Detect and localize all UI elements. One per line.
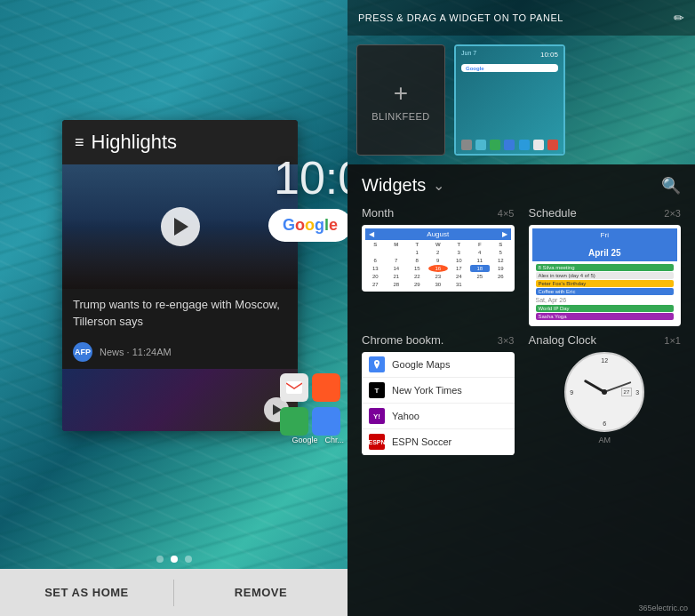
google-label: Google xyxy=(292,436,317,444)
analog-clock-widget-name: Analog Clock xyxy=(529,333,597,347)
cal-c33: 31 xyxy=(449,281,469,288)
analog-clock-preview: 12 6 3 9 27 xyxy=(564,352,644,432)
mini-icon-7 xyxy=(547,140,558,150)
chrome-widget-name: Chrome bookm. xyxy=(362,333,443,347)
cal-c9: 7 xyxy=(387,257,407,264)
plus-icon: + xyxy=(394,79,408,108)
home-thumb-inner: 10:05 Jun 7 Google xyxy=(456,46,563,154)
chrome-item-espn[interactable]: ESPN ESPN Soccer xyxy=(362,429,515,455)
analog-clock-widget-item[interactable]: Analog Clock 1×1 12 6 3 9 27 xyxy=(522,330,689,459)
schedule-preview: Fri April 25 8 Silva meeting Alex in tow… xyxy=(529,225,682,326)
yahoo-icon: Y! xyxy=(369,408,385,424)
remove-button[interactable]: REMOVE xyxy=(174,569,348,616)
clock-date-window: 27 xyxy=(621,388,633,396)
cal-c14: 12 xyxy=(491,257,511,264)
page-dots xyxy=(156,556,192,563)
gmail-icon[interactable] xyxy=(280,373,308,402)
svg-rect-0 xyxy=(286,381,302,394)
bottom-bar: SET AS HOME REMOVE xyxy=(0,569,348,616)
mini-icon-1 xyxy=(461,140,472,150)
sched-day-header: Fri xyxy=(532,228,678,242)
mini-icon-5 xyxy=(519,140,530,150)
cal-day-t2: T xyxy=(449,241,469,248)
chrome-item-yahoo[interactable]: Y! Yahoo xyxy=(362,404,515,429)
month-widget-size: 4×5 xyxy=(498,208,515,219)
blinkfeed-label: BLINKFEED xyxy=(371,111,430,122)
cal-next: ▶ xyxy=(502,230,507,238)
chrome-item-maps[interactable]: Google Maps xyxy=(362,352,515,378)
highlights-header: ≡ Highlights xyxy=(62,120,298,164)
icon3[interactable] xyxy=(280,407,308,436)
blinkfeed-card[interactable]: + BLINKFEED xyxy=(356,44,445,156)
google-logo: Google xyxy=(283,216,338,234)
mini-date: Jun 7 xyxy=(461,50,476,56)
instruction-text: PRESS & DRAG A WIDGET ON TO PANEL xyxy=(358,12,563,23)
cal-c24: 22 xyxy=(407,273,427,280)
play-triangle-icon xyxy=(174,218,188,236)
icon2[interactable] xyxy=(312,373,340,402)
schedule-widget-item[interactable]: Schedule 2×3 Fri April 25 8 Silva meetin… xyxy=(522,203,689,330)
highlights-card[interactable]: ≡ Highlights Trump wants to re-engage wi… xyxy=(62,120,298,431)
cal-c8: 6 xyxy=(365,257,386,264)
sched-event-2: Alex in town (day 4 of 5) xyxy=(536,272,675,279)
chrome-item-nyt[interactable]: T New York Times xyxy=(362,378,515,404)
cal-c32: 30 xyxy=(428,281,449,288)
cal-day-t1: T xyxy=(407,241,427,248)
watermark: 365electric.co xyxy=(638,604,688,612)
page-dot-2[interactable] xyxy=(171,556,178,563)
thumbs-row: + BLINKFEED 10:05 Jun 7 Google xyxy=(348,36,695,164)
search-icon[interactable]: 🔍 xyxy=(661,176,681,196)
source-logo: AFP xyxy=(73,342,92,362)
mini-icon-4 xyxy=(504,140,515,150)
cal-c16: 14 xyxy=(387,265,407,272)
widgets-title-row: Widgets ⌄ xyxy=(362,175,444,196)
mini-icon-3 xyxy=(490,140,500,150)
mini-icon-2 xyxy=(475,140,486,150)
cal-c20: 18 xyxy=(470,265,491,272)
cal-c26: 24 xyxy=(449,273,469,280)
cal-c7: 5 xyxy=(491,249,511,256)
cal-c31: 29 xyxy=(407,281,427,288)
cal-c25: 23 xyxy=(428,273,449,280)
nyt-label: New York Times xyxy=(392,385,462,396)
mini-bottom-icons xyxy=(456,140,563,150)
caption-text: Trump wants to re-engage with Moscow, Ti… xyxy=(73,298,280,328)
app-labels: Google Chr... xyxy=(292,436,348,444)
sched-event-3: Peter Fox's Birthday xyxy=(536,280,675,287)
mini-search-bar: Google xyxy=(461,64,558,72)
pencil-icon[interactable]: ✏ xyxy=(674,11,684,25)
cal-c35 xyxy=(491,281,511,288)
google-search-bar[interactable]: Google xyxy=(268,209,348,242)
schedule-widget-size: 2×3 xyxy=(664,208,681,219)
hamburger-icon: ≡ xyxy=(75,133,83,152)
right-side: PRESS & DRAG A WIDGET ON TO PANEL ✏ + BL… xyxy=(348,0,695,616)
home-screen-thumb[interactable]: 10:05 Jun 7 Google xyxy=(454,44,565,156)
widgets-header: Widgets ⌄ 🔍 xyxy=(348,164,695,203)
cal-c27: 25 xyxy=(470,273,491,280)
dock-icons xyxy=(280,373,340,436)
month-widget-item[interactable]: Month 4×5 ◀ August ▶ S M T W T xyxy=(355,203,522,330)
cal-c29: 27 xyxy=(365,281,386,288)
cal-c17: 15 xyxy=(407,265,427,272)
clock-am-label: AM xyxy=(529,436,682,444)
home-screen-area: ≡ Highlights Trump wants to re-engage wi… xyxy=(0,0,348,569)
cal-grid: S M T W T F S 1 2 3 4 5 xyxy=(365,241,511,288)
cal-day-w: W xyxy=(428,241,449,248)
page-dot-3[interactable] xyxy=(185,556,192,563)
schedule-widget-name: Schedule xyxy=(529,206,577,220)
cal-c5: 3 xyxy=(449,249,469,256)
cal-prev: ◀ xyxy=(369,230,374,238)
play-button[interactable] xyxy=(161,207,200,246)
cal-c6: 4 xyxy=(470,249,491,256)
highlights-thumbnail[interactable] xyxy=(62,369,298,431)
cal-c23: 21 xyxy=(387,273,407,280)
page-dot-1[interactable] xyxy=(156,556,164,563)
mini-icon-6 xyxy=(533,140,544,150)
maps-label: Google Maps xyxy=(392,359,450,370)
chrome-widget-item[interactable]: Chrome bookm. 3×3 Google Maps T New York… xyxy=(355,330,522,459)
set-as-home-button[interactable]: SET AS HOME xyxy=(0,569,173,616)
chevron-down-icon[interactable]: ⌄ xyxy=(433,177,444,194)
icon4[interactable] xyxy=(312,407,340,436)
cal-header: ◀ August ▶ xyxy=(365,228,511,240)
widgets-panel: Widgets ⌄ 🔍 Month 4×5 ◀ August ▶ xyxy=(348,164,695,616)
